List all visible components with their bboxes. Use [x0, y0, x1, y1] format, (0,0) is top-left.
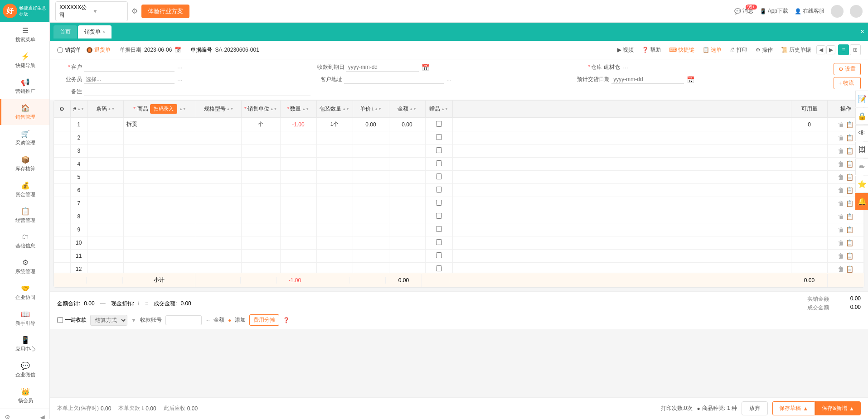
delivery-date-calendar-icon[interactable]: 📅 — [687, 76, 694, 83]
row-product-cell[interactable] — [124, 144, 196, 158]
rfp-orange-btn[interactable]: 🔔 — [855, 193, 868, 210]
customer-address-input[interactable] — [344, 75, 444, 84]
salesperson-input[interactable] — [84, 75, 175, 84]
row-unit-price-cell[interactable] — [353, 144, 389, 158]
row-amount-cell[interactable] — [389, 250, 425, 263]
row-product-cell[interactable] — [124, 263, 196, 273]
sidebar-item-business[interactable]: 📋 经营管理 — [0, 202, 49, 228]
row-unit-price-cell[interactable] — [353, 131, 389, 144]
row-product-cell[interactable] — [124, 236, 196, 250]
row-product-cell[interactable] — [124, 223, 196, 236]
row-amount-cell[interactable] — [389, 171, 425, 184]
row-copy-icon[interactable]: 📋 — [846, 187, 853, 194]
sidebar-item-system[interactable]: ⚙ 系统管理 — [0, 254, 49, 279]
row-unit-price-cell[interactable] — [353, 236, 389, 250]
row-gift-cell[interactable] — [425, 263, 452, 273]
product-table-wrapper[interactable]: ⚙ # ▲▼ 条码 — [54, 101, 864, 273]
company-selector[interactable]: XXXXXX公司 ▼ — [55, 1, 128, 21]
rfp-notes-btn[interactable]: 📝 — [855, 91, 868, 107]
row-copy-icon[interactable]: 📋 — [846, 147, 853, 154]
due-date-calendar-icon[interactable]: 📅 — [422, 64, 429, 71]
row-gift-cell[interactable] — [425, 236, 452, 250]
action-operate-btn[interactable]: ⚙ 操作 — [753, 45, 776, 55]
row-gift-cell[interactable] — [425, 171, 452, 184]
row-amount-cell[interactable] — [389, 197, 425, 210]
row-product-cell[interactable] — [124, 197, 196, 210]
row-amount-cell[interactable] — [389, 144, 425, 158]
row-amount-cell[interactable] — [389, 236, 425, 250]
row-qty-cell[interactable] — [280, 184, 316, 197]
row-product-cell[interactable] — [124, 210, 196, 223]
row-pack-qty-cell[interactable]: 1个 — [316, 118, 353, 131]
due-date-input[interactable] — [346, 63, 419, 72]
row-delete-icon[interactable]: 🗑 — [838, 265, 844, 273]
row-amount-cell[interactable] — [389, 263, 425, 273]
rfp-edit-btn[interactable]: ✏ — [855, 159, 868, 175]
row-gift-checkbox[interactable] — [436, 160, 442, 166]
row-unit-price-cell[interactable] — [353, 184, 389, 197]
action-video-btn[interactable]: ▶ 视频 — [615, 45, 636, 55]
rfp-star-btn[interactable]: ⭐ — [855, 176, 868, 193]
row-gift-checkbox[interactable] — [436, 187, 442, 193]
add-amount-btn[interactable]: ● — [228, 317, 231, 323]
row-spec-cell[interactable] — [196, 118, 242, 131]
row-delete-icon[interactable]: 🗑 — [838, 187, 844, 194]
row-unit-cell[interactable] — [242, 236, 281, 250]
row-unit-cell[interactable] — [242, 144, 281, 158]
row-unit-price-cell[interactable]: 0.00 — [353, 118, 389, 131]
row-unit-price-cell[interactable] — [353, 210, 389, 223]
row-gift-cell[interactable] — [425, 184, 452, 197]
sidebar-item-wechat[interactable]: 💬 企业微信 — [0, 357, 49, 383]
online-support-btn[interactable]: 👤 在线客服 — [795, 7, 824, 15]
row-pack-qty-cell[interactable] — [316, 197, 353, 210]
radio-sale[interactable]: 销货单 — [57, 46, 81, 54]
message-btn[interactable]: 💬 消息 99+ — [734, 7, 753, 15]
customer-dots-btn[interactable]: ··· — [177, 64, 183, 71]
row-product-cell[interactable] — [124, 171, 196, 184]
customer-input[interactable] — [84, 63, 175, 72]
settlement-method-select[interactable]: 结算方式 — [90, 315, 127, 326]
row-qty-cell[interactable] — [280, 144, 316, 158]
row-gift-checkbox[interactable] — [436, 173, 442, 179]
row-gift-cell[interactable] — [425, 144, 452, 158]
row-amount-cell[interactable] — [389, 184, 425, 197]
row-product-cell[interactable]: 拆贡 — [124, 118, 196, 131]
row-delete-icon[interactable]: 🗑 — [838, 213, 844, 220]
row-spec-cell[interactable] — [196, 263, 242, 273]
warehouse-dots-btn[interactable]: ··· — [623, 64, 628, 71]
bill-debit-info-icon[interactable]: ℹ — [142, 405, 144, 411]
row-unit-price-cell[interactable] — [353, 263, 389, 273]
row-gift-checkbox[interactable] — [436, 147, 442, 153]
row-delete-icon[interactable]: 🗑 — [838, 226, 844, 233]
row-gift-checkbox[interactable] — [436, 200, 442, 206]
row-pack-qty-cell[interactable] — [316, 184, 353, 197]
scan-btn[interactable]: 扫码录入 — [150, 104, 177, 114]
row-spec-cell[interactable] — [196, 223, 242, 236]
row-delete-icon[interactable]: 🗑 — [838, 239, 844, 246]
row-gift-checkbox[interactable] — [436, 226, 442, 232]
row-qty-cell[interactable] — [280, 158, 316, 171]
row-pack-qty-cell[interactable] — [316, 144, 353, 158]
row-copy-icon[interactable]: 📋 — [846, 121, 853, 128]
row-gift-cell[interactable] — [425, 250, 452, 263]
th-settings[interactable]: ⚙ — [54, 101, 70, 118]
remarks-input[interactable] — [84, 87, 310, 96]
sidebar-item-finance[interactable]: 💰 资金管理 — [0, 177, 49, 202]
row-copy-icon[interactable]: 📋 — [846, 213, 853, 220]
date-calendar-icon[interactable]: 📅 — [175, 47, 181, 53]
row-copy-icon[interactable]: 📋 — [846, 265, 853, 273]
row-unit-cell[interactable] — [242, 131, 281, 144]
row-pack-qty-cell[interactable] — [316, 171, 353, 184]
sidebar-item-inventory[interactable]: 📦 库存核算 — [0, 151, 49, 177]
row-amount-cell[interactable] — [389, 131, 425, 144]
sidebar-item-enterprise[interactable]: 🤝 企业协同 — [0, 279, 49, 305]
row-pack-qty-cell[interactable] — [316, 223, 353, 236]
row-gift-cell[interactable] — [425, 158, 452, 171]
row-qty-cell[interactable] — [280, 171, 316, 184]
app-download-btn[interactable]: 📱 App下载 — [760, 7, 788, 15]
row-gift-cell[interactable] — [425, 223, 452, 236]
row-spec-cell[interactable] — [196, 131, 242, 144]
account-dots-btn[interactable]: ··· — [205, 317, 210, 323]
row-unit-cell[interactable]: 个 — [242, 118, 281, 131]
row-unit-cell[interactable] — [242, 158, 281, 171]
